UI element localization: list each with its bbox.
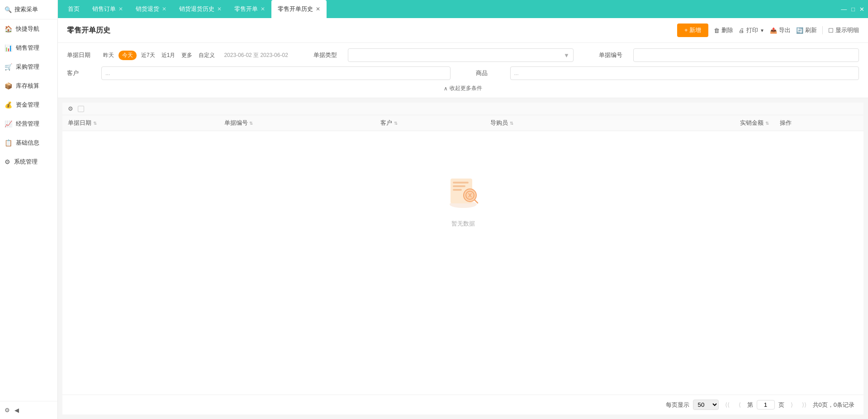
display-detail-button[interactable]: ☐ 显示明细 (828, 26, 859, 34)
tab-close-icon[interactable]: ✕ (217, 6, 222, 12)
date-btn-today[interactable]: 今天 (119, 51, 137, 60)
sidebar-item-finance[interactable]: 💰 资金管理 (0, 95, 57, 114)
page-suffix: 页 (778, 401, 784, 409)
print-button[interactable]: 🖨 打印 ▼ (739, 26, 764, 34)
tab-sales-order[interactable]: 销售订单 ✕ (86, 0, 129, 18)
sidebar-item-system-mgmt[interactable]: ⚙ 系统管理 (0, 152, 57, 171)
window-maximize-btn[interactable]: □ (851, 6, 855, 13)
number-filter-label: 单据编号 (599, 51, 626, 59)
date-filter-label: 单据日期 (67, 51, 94, 59)
sidebar-item-inventory[interactable]: 📦 库存核算 (0, 76, 57, 95)
tab-home[interactable]: 首页 (62, 0, 86, 18)
collapse-icon: ∧ (444, 85, 448, 92)
tab-close-icon[interactable]: ✕ (162, 6, 166, 12)
sort-icon: ⇅ (249, 121, 253, 126)
per-page-label: 每页显示 (666, 401, 689, 409)
add-button[interactable]: + 新增 (677, 24, 708, 37)
customer-filter-input[interactable]: ... (101, 66, 451, 80)
product-filter-label: 商品 (476, 69, 503, 77)
sidebar-collapse-btn[interactable]: ◀ (14, 407, 19, 414)
sort-icon: ⇅ (394, 121, 398, 126)
tab-sales-return[interactable]: 销货退货 ✕ (129, 0, 173, 18)
number-filter-input[interactable] (633, 48, 859, 62)
svg-rect-4 (453, 189, 462, 191)
next-page-btn[interactable]: ⟩ (788, 400, 796, 409)
table-header-row: 单据日期 ⇅ 单据编号 ⇅ 客户 ⇅ 导购员 (62, 115, 863, 131)
export-label: 导出 (779, 26, 791, 34)
home-icon: 🏠 (5, 25, 12, 33)
table-toolbar: ⚙ (62, 103, 863, 115)
tab-label: 零售开单 (234, 5, 258, 13)
tab-sales-return-history[interactable]: 销货退货历史 ✕ (173, 0, 228, 18)
col-amount[interactable]: 实销金额 ⇅ (618, 115, 774, 131)
tab-close-icon[interactable]: ✕ (119, 6, 123, 12)
delete-button[interactable]: 🗑 删除 (714, 26, 733, 34)
table-checkbox[interactable] (78, 106, 84, 112)
sort-icon: ⇅ (510, 121, 513, 126)
money-icon: 💰 (5, 101, 12, 108)
col-customer[interactable]: 客户 ⇅ (375, 115, 485, 131)
first-page-btn[interactable]: ⟨⟨ (722, 400, 732, 409)
sidebar: 🔍 搜索采单 🏠 快捷导航 📊 销售管理 🛒 采购管理 📦 库存核算 💰 资金管… (0, 0, 58, 419)
pagination-bar: 每页显示 50 10 20 100 ⟨⟨ ⟨ 第 页 ⟩ ⟩⟩ 共0页，0条记录 (62, 395, 863, 414)
sidebar-item-operations[interactable]: 📈 经营管理 (0, 114, 57, 133)
col-number[interactable]: 单据编号 ⇅ (219, 115, 375, 131)
tab-label: 销货退货历史 (179, 5, 214, 13)
table-settings-icon[interactable]: ⚙ (68, 105, 73, 112)
date-btn-yesterday[interactable]: 昨天 (101, 51, 116, 60)
customer-placeholder: ... (105, 70, 110, 76)
print-icon: 🖨 (739, 27, 745, 34)
type-filter-select[interactable]: ▼ (348, 48, 574, 62)
sidebar-item-label: 采购管理 (16, 63, 39, 71)
sidebar-search[interactable]: 🔍 搜索采单 (0, 0, 57, 19)
data-table: 单据日期 ⇅ 单据编号 ⇅ 客户 ⇅ 导购员 (62, 115, 863, 131)
date-btn-custom[interactable]: 自定义 (197, 51, 217, 60)
prev-page-btn[interactable]: ⟨ (736, 400, 744, 409)
date-btn-1month[interactable]: 近1月 (160, 51, 177, 60)
date-filter-buttons: 昨天 今天 近7天 近1月 更多 自定义 (101, 51, 217, 60)
window-controls: — □ ✕ (841, 6, 864, 13)
last-page-btn[interactable]: ⟩⟩ (799, 400, 809, 409)
export-button[interactable]: 📤 导出 (770, 26, 791, 34)
window-minimize-btn[interactable]: — (841, 6, 847, 13)
tab-close-icon[interactable]: ✕ (261, 6, 265, 12)
tab-label: 销货退货 (136, 5, 159, 13)
sidebar-item-sales-mgmt[interactable]: 📊 销售管理 (0, 38, 57, 57)
main-content: 首页 销售订单 ✕ 销货退货 ✕ 销货退货历史 ✕ 零售开单 ✕ 零售开单历史 … (58, 0, 868, 419)
tab-retail-open[interactable]: 零售开单 ✕ (228, 0, 271, 18)
customer-filter-label: 客户 (67, 69, 94, 77)
date-btn-more[interactable]: 更多 (180, 51, 194, 60)
window-close-btn[interactable]: ✕ (859, 6, 864, 13)
filter-row-2: 客户 ... 商品 ... (67, 66, 859, 80)
date-btn-7days[interactable]: 近7天 (139, 51, 157, 60)
sidebar-item-label: 快捷导航 (16, 25, 39, 33)
empty-illustration (441, 167, 486, 212)
sidebar-search-label: 搜索采单 (14, 5, 38, 14)
refresh-label: 刷新 (805, 26, 817, 34)
refresh-button[interactable]: 🔄 刷新 (796, 26, 817, 34)
sidebar-item-label: 系统管理 (14, 158, 38, 166)
sidebar-settings-btn[interactable]: ⚙ (5, 407, 10, 414)
sidebar-item-quick-nav[interactable]: 🏠 快捷导航 (0, 19, 57, 38)
checkbox-icon: ☐ (828, 27, 834, 34)
toolbar-divider (822, 26, 823, 34)
tab-retail-open-history[interactable]: 零售开单历史 ✕ (271, 0, 327, 18)
filter-area: 单据日期 昨天 今天 近7天 近1月 更多 自定义 2023-06-02 至 2… (58, 43, 868, 98)
sidebar-item-basic-info[interactable]: 📋 基础信息 (0, 133, 57, 152)
col-guide[interactable]: 导购员 ⇅ (485, 115, 618, 131)
sidebar-item-purchase-mgmt[interactable]: 🛒 采购管理 (0, 57, 57, 76)
col-date[interactable]: 单据日期 ⇅ (62, 115, 219, 131)
content-body: ⚙ 单据日期 ⇅ 单据编号 ⇅ (58, 98, 868, 419)
toolbar: + 新增 🗑 删除 🖨 打印 ▼ 📤 导出 🔄 刷新 ☐ 显示明细 (677, 24, 859, 37)
delete-icon: 🗑 (714, 27, 720, 34)
tab-close-icon[interactable]: ✕ (316, 6, 320, 12)
sidebar-item-label: 经营管理 (16, 120, 39, 128)
current-page-input[interactable] (757, 400, 775, 410)
product-filter-input[interactable]: ... (510, 66, 859, 80)
collapse-label: 收起更多条件 (450, 85, 482, 92)
table-area: ⚙ 单据日期 ⇅ 单据编号 ⇅ (62, 103, 863, 395)
collapse-conditions-btn[interactable]: ∧ 收起更多条件 (67, 85, 859, 92)
sidebar-footer: ⚙ ◀ (0, 401, 57, 419)
tab-label: 首页 (68, 5, 80, 13)
per-page-select[interactable]: 50 10 20 100 (693, 400, 719, 410)
